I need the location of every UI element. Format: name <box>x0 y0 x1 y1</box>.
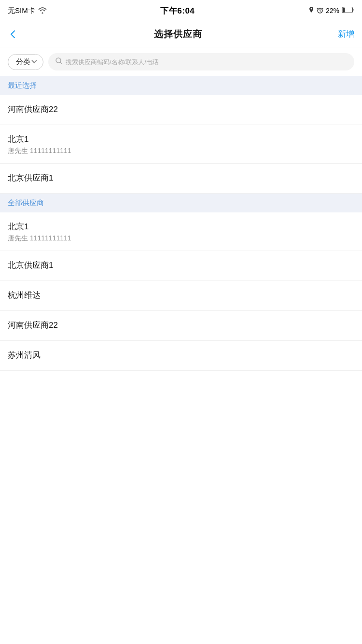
back-button[interactable] <box>8 25 22 43</box>
no-sim-label: 无SIM卡 <box>8 6 35 15</box>
item-name: 杭州维达 <box>8 290 354 301</box>
all-section-label: 全部供应商 <box>8 198 44 207</box>
all-section-header: 全部供应商 <box>0 194 362 212</box>
all-items-list: 北京1唐先生 11111111111北京供应商1杭州维达河南供应商22苏州清风 <box>0 212 362 371</box>
filter-row: 分类 <box>0 47 362 76</box>
search-icon <box>55 57 63 67</box>
list-item[interactable]: 苏州清风 <box>0 341 362 371</box>
item-sub: 唐先生 11111111111 <box>8 147 354 155</box>
recent-items-list: 河南供应商22北京1唐先生 11111111111北京供应商1 <box>0 95 362 194</box>
item-name: 北京1 <box>8 221 354 232</box>
add-button[interactable]: 新增 <box>334 25 354 43</box>
wifi-icon <box>38 7 47 15</box>
item-name: 苏州清风 <box>8 350 354 361</box>
list-item[interactable]: 北京1唐先生 11111111111 <box>0 125 362 164</box>
status-bar-time: 下午6:04 <box>160 5 195 16</box>
location-icon <box>308 7 314 15</box>
status-bar-left: 无SIM卡 <box>8 6 47 15</box>
list-item[interactable]: 杭州维达 <box>0 281 362 311</box>
recent-section-label: 最近选择 <box>8 81 37 89</box>
item-sub: 唐先生 11111111111 <box>8 234 354 243</box>
category-button[interactable]: 分类 <box>8 54 43 70</box>
status-bar: 无SIM卡 下午6:04 22% <box>0 0 362 21</box>
page-title: 选择供应商 <box>154 28 202 41</box>
list-item[interactable]: 河南供应商22 <box>0 311 362 341</box>
list-item[interactable]: 北京供应商1 <box>0 251 362 281</box>
item-name: 河南供应商22 <box>8 104 354 115</box>
list-item[interactable]: 河南供应商22 <box>0 95 362 125</box>
item-name: 河南供应商22 <box>8 320 354 331</box>
search-input[interactable] <box>66 58 348 66</box>
item-name: 北京供应商1 <box>8 260 354 271</box>
list-item[interactable]: 北京供应商1 <box>0 164 362 194</box>
nav-bar: 选择供应商 新增 <box>0 21 362 47</box>
battery-icon <box>342 7 354 14</box>
item-name: 北京1 <box>8 134 354 145</box>
search-box <box>48 53 354 70</box>
battery-percent: 22% <box>326 7 339 14</box>
alarm-icon <box>317 7 323 15</box>
svg-rect-2 <box>342 8 345 13</box>
category-label: 分类 <box>16 57 30 67</box>
chevron-right-icon <box>31 58 37 63</box>
status-bar-right: 22% <box>308 7 354 15</box>
list-item[interactable]: 北京1唐先生 11111111111 <box>0 212 362 251</box>
item-name: 北京供应商1 <box>8 172 354 183</box>
recent-section-header: 最近选择 <box>0 76 362 95</box>
